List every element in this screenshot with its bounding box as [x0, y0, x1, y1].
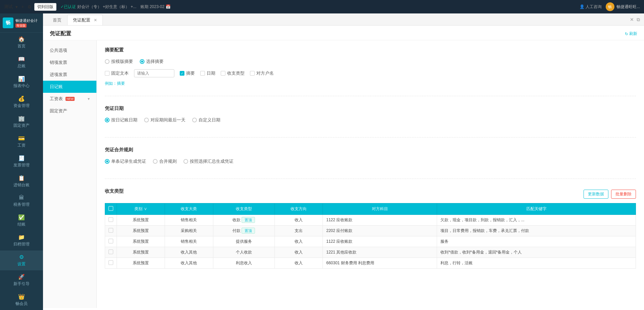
th-account: 对方科目 [323, 203, 437, 215]
checkbox-summary[interactable]: ✓ 摘要 [180, 70, 195, 76]
guide-icon: 🚀 [18, 274, 25, 280]
logo-badge: 专业版 [15, 24, 27, 28]
tab-home[interactable]: 首页 [47, 15, 67, 25]
merge-radio-summary[interactable]: 按照选择汇总生成凭证 [183, 158, 233, 164]
top-bar-tags: ✓已认证 好会计（专） +好生意（标） +... 账期 2023-02 📅 [60, 4, 171, 10]
checkbox-box-date [200, 71, 205, 76]
top-bar-arrow[interactable]: ▾ [15, 4, 18, 9]
row-checkbox-box[interactable] [109, 217, 113, 222]
update-data-button[interactable]: 更新数据 [584, 190, 608, 199]
checkbox-box-type [221, 71, 225, 76]
income-expense-table: 类别 ∨ 收支大类 收支类型 收支方向 对方科目 匹配关键字 [105, 203, 636, 269]
user-name: 畅捷通旺旺... [616, 4, 640, 10]
left-nav-journal[interactable]: 日记账 [43, 81, 96, 93]
tab-voucher-config[interactable]: 凭证配置 ✕ [67, 15, 103, 25]
row-type-tag[interactable]: 置顶 [242, 228, 255, 234]
th-checkbox [105, 203, 117, 215]
sidebar-item-purchase[interactable]: 📋 进销台账 [0, 171, 43, 191]
date-radio-period-last[interactable]: 对应期间最后一天 [144, 117, 185, 123]
user-area: 畅 畅捷通旺旺... [606, 2, 640, 11]
content-area: 首页 凭证配置 ✕ ✕ ⧉ 凭证配置 ↻ 刷新 [43, 13, 644, 310]
sidebar-item-home[interactable]: 🏠 首页 [0, 33, 43, 52]
new-badge: NEW [66, 97, 75, 101]
left-nav-sales[interactable]: 销项发票 [43, 56, 96, 69]
th-major: 收支大类 [165, 203, 213, 215]
tab-close-button[interactable]: ✕ [94, 18, 97, 23]
row-major: 销售相关 [165, 236, 213, 247]
row-checkbox[interactable] [105, 215, 117, 226]
th-type: 收支类型 [213, 203, 274, 215]
row-checkbox[interactable] [105, 247, 117, 258]
row-checkbox[interactable] [105, 258, 117, 269]
row-checkbox[interactable] [105, 236, 117, 247]
logo-icon: 畅 [3, 17, 13, 28]
top-bar-gear[interactable]: ⚙ [28, 4, 32, 9]
fixed-text-input[interactable] [134, 69, 174, 77]
left-nav-fixed-assets[interactable]: 固定资产 [43, 105, 96, 117]
left-nav-purchase-inv[interactable]: 进项发票 [43, 69, 96, 81]
left-nav: 公共选项 销项发票 进项发票 日记账 工资表 NEW ▾ [43, 40, 97, 308]
sidebar-item-assets[interactable]: 🏢 固定资产 [0, 112, 43, 132]
row-checkbox-box[interactable] [109, 228, 113, 233]
row-checkbox-box[interactable] [109, 260, 113, 265]
logo-text: 畅捷通好会计 专业版 [15, 18, 38, 28]
tag-period: 账期 2023-02 📅 [140, 4, 171, 10]
summary-radio-group: 按模版摘要 选择摘要 [105, 59, 636, 65]
invoice-icon: 🧾 [18, 155, 25, 161]
sidebar-item-archive[interactable]: 📁 归档管理 [0, 231, 43, 250]
row-checkbox-box[interactable] [109, 239, 113, 243]
summary-radio-select[interactable]: 选择摘要 [140, 59, 164, 65]
row-direction: 支出 [274, 226, 323, 236]
radio-dot-template [105, 59, 110, 64]
left-nav-payroll[interactable]: 工资表 NEW ▾ [43, 93, 96, 105]
row-checkbox-box[interactable] [109, 249, 113, 254]
row-type-tag[interactable]: 置顶 [242, 217, 255, 223]
sidebar-item-guide[interactable]: 🚀 新手引导 [0, 270, 43, 290]
purchase-icon: 📋 [18, 175, 25, 181]
summary-config-title: 摘要配置 [105, 47, 636, 53]
home-icon: 🏠 [18, 36, 25, 42]
top-bar-add[interactable]: ＋ [20, 4, 25, 10]
sidebar-item-settings[interactable]: ⚙ 设置 [0, 250, 43, 270]
date-radio-custom[interactable]: 自定义日期 [192, 117, 220, 123]
sidebar-item-salary[interactable]: 💳 工资 [0, 132, 43, 152]
person-icon: 👤 [579, 4, 585, 9]
closing-icon: ✅ [18, 214, 25, 221]
switch-version-button[interactable]: 切到旧版 [34, 3, 56, 11]
summary-config-section: 摘要配置 按模版摘要 选择摘要 [105, 47, 636, 96]
sidebar-item-reports[interactable]: 📊 报表中心 [0, 72, 43, 92]
sidebar-item-closing[interactable]: ✅ 结账 [0, 211, 43, 231]
checkbox-fixed-text[interactable]: 固定文本 [105, 70, 129, 76]
row-keywords: 收到*借款，收到*备用金，退回*备用金，个人 [437, 247, 636, 258]
date-radio-journal[interactable]: 按日记账日期 [105, 117, 137, 123]
row-major: 销售相关 [165, 215, 213, 226]
page-content: 凭证配置 ↻ 刷新 公共选项 销项发票 进项发票 [43, 26, 644, 310]
row-major: 采购相关 [165, 226, 213, 236]
main-layout: 畅 畅捷通好会计 专业版 🏠 首页 📖 总账 📊 报表中心 💰 资金管理 🏢 固… [0, 13, 644, 310]
tab-close-window-button[interactable]: ✕ [630, 16, 634, 22]
summary-radio-template[interactable]: 按模版摘要 [105, 59, 133, 65]
row-checkbox[interactable] [105, 226, 117, 236]
merge-radio-merge[interactable]: 合并规则 [153, 158, 177, 164]
merge-radio-single[interactable]: 单条记录生成凭证 [105, 158, 146, 164]
refresh-button[interactable]: ↻ 刷新 [625, 31, 637, 37]
sidebar-item-ledger[interactable]: 📖 总账 [0, 52, 43, 72]
checkbox-date[interactable]: 日期 [200, 70, 215, 76]
sidebar-item-member[interactable]: 👑 畅会员 [0, 290, 43, 310]
checkbox-counterpart[interactable]: 对方户名 [250, 70, 274, 76]
sidebar-item-invoice[interactable]: 🧾 发票管理 [0, 152, 43, 171]
help-button[interactable]: 👤 人工咨询 [579, 4, 602, 10]
left-nav-public[interactable]: 公共选项 [43, 44, 96, 56]
radio-dot-summary [183, 159, 188, 164]
sidebar-item-tax[interactable]: 🏛 税务管理 [0, 191, 43, 211]
sidebar-item-funds[interactable]: 💰 资金管理 [0, 92, 43, 112]
row-account: 660301 财务费用 利息费用 [323, 258, 437, 269]
batch-delete-button[interactable]: 批量删除 [611, 190, 636, 199]
select-all-checkbox[interactable] [109, 206, 113, 211]
tab-maximize-button[interactable]: ⧉ [637, 16, 640, 22]
checkbox-type[interactable]: 收支类型 [221, 70, 245, 76]
table-row: 系统预置 收入其他 个人收款 收入 1221 其他应收款 收到*借款，收到*备用… [105, 247, 636, 258]
row-major: 收入其他 [165, 247, 213, 258]
row-category: 系统预置 [117, 226, 165, 236]
top-bar-right: 👤 人工咨询 畅 畅捷通旺旺... [579, 2, 640, 11]
